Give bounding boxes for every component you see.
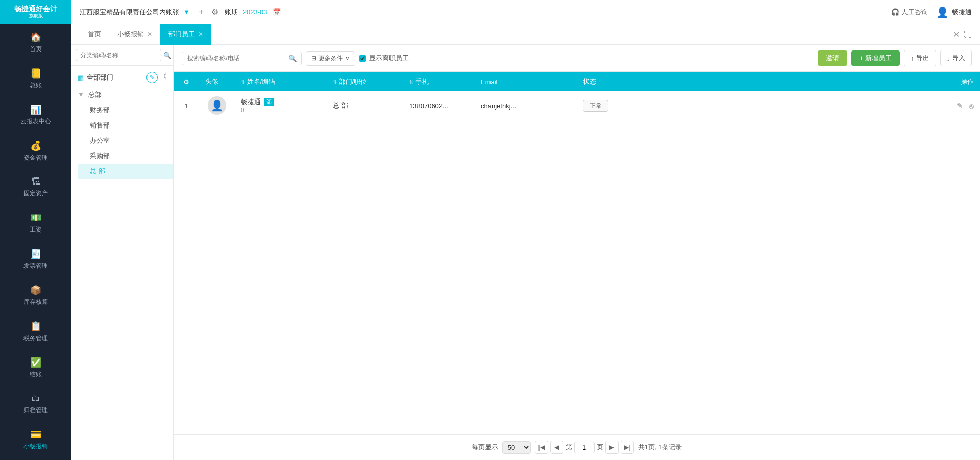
- tab-close-expense[interactable]: ✕: [147, 31, 152, 38]
- period-display: 账期 2023-03 📅: [225, 8, 281, 17]
- sidebar-item-fixed[interactable]: 🏗 固定资产: [0, 169, 71, 205]
- app-logo: 畅捷通好会计 旗舰版: [0, 0, 71, 24]
- emp-search-button[interactable]: 🔍: [284, 52, 301, 65]
- dept-grid-icon: ▦: [78, 74, 84, 82]
- cell-avatar: 👤: [199, 91, 235, 120]
- cell-phone: 138070602...: [403, 91, 475, 120]
- archive-icon: 🗂: [31, 393, 40, 404]
- sidebar-item-invoice[interactable]: 🧾 发票管理: [0, 241, 71, 277]
- dept-node-zongbu-parent[interactable]: ▼ 总部: [71, 87, 173, 103]
- page-di-label: 第: [566, 443, 572, 452]
- calendar-icon[interactable]: 📅: [273, 8, 281, 16]
- cell-name: 畅捷通 部 0: [235, 91, 327, 120]
- user-menu[interactable]: 👤 畅捷通: [936, 6, 972, 18]
- prev-page-btn[interactable]: ◀: [550, 441, 564, 454]
- logout-icon[interactable]: ⎋: [969, 101, 974, 110]
- emp-name-row: 畅捷通 部: [241, 97, 321, 107]
- tab-close-dept[interactable]: ✕: [198, 31, 203, 38]
- dept-tree: ▦ 全部部门 ✎ 《 ▼ 总部 财务部: [71, 66, 173, 460]
- emp-name-text: 畅捷通: [241, 97, 261, 107]
- sort-icon-dept: ⇅: [333, 79, 337, 85]
- main-layout: 🏠 首页 📒 总账 📊 云报表中心 💰 资金管理 🏗 固定资产 💵 工资 🧾 发…: [0, 24, 980, 460]
- invite-button[interactable]: 邀请: [818, 50, 847, 66]
- sidebar-item-inventory[interactable]: 📦 库存核算: [0, 277, 71, 314]
- table-header-ops: 操作: [638, 72, 980, 91]
- dept-search-input[interactable]: [76, 49, 161, 61]
- emp-toolbar: 🔍 ⊟ 更多条件 ∨ 显示离职员工 邀请 + 新增员工: [174, 45, 980, 72]
- emp-code: 0: [241, 107, 321, 114]
- emp-table: ⚙ 头像 ⇅ 姓名/编码 ⇅ 部门/职位: [174, 72, 980, 434]
- all-dept-label[interactable]: ▦ 全部部门: [78, 73, 113, 82]
- support-link[interactable]: 🎧 人工咨询: [891, 8, 928, 17]
- dept-search-icon[interactable]: 🔍: [163, 52, 172, 59]
- inventory-icon: 📦: [30, 285, 41, 296]
- avatar-icon: 👤: [936, 6, 949, 18]
- dept-node-finance[interactable]: 财务部: [78, 103, 173, 118]
- home-icon: 🏠: [30, 32, 41, 43]
- sort-icon-name: ⇅: [241, 79, 245, 85]
- tab-dept[interactable]: 部门员工 ✕: [160, 24, 211, 45]
- first-page-btn[interactable]: |◀: [535, 441, 548, 454]
- sidebar-item-ledger[interactable]: 📒 总账: [0, 61, 71, 97]
- sidebar-item-capital[interactable]: 💰 资金管理: [0, 133, 71, 169]
- import-icon: ↓: [947, 55, 950, 62]
- topbar-right: 🎧 人工咨询 👤 畅捷通: [891, 6, 972, 18]
- sidebar-item-settings[interactable]: ⚙ 基础设置: [0, 458, 71, 460]
- edit-icon[interactable]: ✎: [957, 101, 963, 110]
- import-button[interactable]: ↓ 导入: [940, 50, 972, 66]
- sidebar-item-settle[interactable]: ✅ 结账: [0, 350, 71, 386]
- company-name[interactable]: 江西服宝精品有限责任公司内账张 ▼ ＋ ⚙: [80, 7, 218, 17]
- dept-tree-actions: ✎ 《: [146, 72, 167, 83]
- show-resigned-toggle[interactable]: 显示离职员工: [359, 54, 409, 63]
- settle-icon: ✅: [30, 357, 41, 368]
- cell-status: 正常: [577, 91, 638, 120]
- topbar: 畅捷通好会计 旗舰版 江西服宝精品有限责任公司内账张 ▼ ＋ ⚙ 账期 2023…: [0, 0, 980, 24]
- table-header: ⚙ 头像 ⇅ 姓名/编码 ⇅ 部门/职位: [174, 72, 980, 91]
- edit-dept-btn[interactable]: ✎: [146, 72, 158, 83]
- more-filters-button[interactable]: ⊟ 更多条件 ∨: [306, 51, 355, 66]
- sidebar-item-expense[interactable]: 💳 小畅报销: [0, 422, 71, 458]
- table-header-dept[interactable]: ⇅ 部门/职位: [327, 72, 403, 91]
- page-size-label: 每页显示: [472, 443, 498, 452]
- add-employee-button[interactable]: + 新增员工: [851, 50, 900, 66]
- add-company-icon[interactable]: ＋: [197, 7, 205, 17]
- close-window-icon[interactable]: ✕: [953, 30, 960, 39]
- maximize-window-icon[interactable]: ⛶: [964, 30, 972, 39]
- collapse-dept-btn[interactable]: 《: [160, 72, 167, 83]
- last-page-btn[interactable]: ▶|: [621, 441, 634, 454]
- sidebar-item-tax[interactable]: 📋 税务管理: [0, 314, 71, 350]
- export-icon: ↑: [911, 55, 914, 62]
- dept-node-zongbu[interactable]: 总 部: [78, 164, 173, 179]
- table-header-settings[interactable]: ⚙: [174, 72, 199, 91]
- page-input[interactable]: [574, 442, 595, 453]
- tabs-bar: 首页 小畅报销 ✕ 部门员工 ✕ ✕ ⛶: [71, 24, 980, 45]
- dropdown-icon[interactable]: ▼: [183, 8, 190, 16]
- sidebar-item-archive[interactable]: 🗂 归档管理: [0, 386, 71, 422]
- dept-node-office[interactable]: 办公室: [78, 133, 173, 148]
- next-page-btn[interactable]: ▶: [605, 441, 619, 454]
- sidebar-item-home[interactable]: 🏠 首页: [0, 24, 71, 61]
- page-size-select[interactable]: 50 10 20 100: [502, 441, 531, 454]
- dept-search: 🔍: [71, 45, 173, 66]
- table-header-name[interactable]: ⇅ 姓名/编码: [235, 72, 327, 91]
- dept-panel: 🔍 ▦ 全部部门 ✎ 《 ▼: [71, 45, 174, 460]
- export-button[interactable]: ↑ 导出: [904, 50, 936, 66]
- table-header-avatar: 头像: [199, 72, 235, 91]
- page-content: 🔍 ▦ 全部部门 ✎ 《 ▼: [71, 45, 980, 460]
- settings-icon[interactable]: ⚙: [211, 7, 218, 17]
- emp-search-input[interactable]: [182, 52, 284, 64]
- tabs-right-actions: ✕ ⛶: [953, 30, 972, 39]
- dept-node-purchase[interactable]: 采购部: [78, 148, 173, 164]
- capital-icon: 💰: [30, 140, 41, 151]
- table-header-phone[interactable]: ⇅ 手机: [403, 72, 475, 91]
- sidebar-item-report[interactable]: 📊 云报表中心: [0, 97, 71, 133]
- tab-expense[interactable]: 小畅报销 ✕: [109, 24, 160, 45]
- tab-home[interactable]: 首页: [80, 24, 109, 45]
- cell-ops: ✎ ⎋: [638, 91, 980, 120]
- page-label: 页: [597, 443, 603, 452]
- dept-node-sales[interactable]: 销售部: [78, 118, 173, 133]
- sidebar-item-salary[interactable]: 💵 工资: [0, 205, 71, 241]
- employee-table: ⚙ 头像 ⇅ 姓名/编码 ⇅ 部门/职位: [174, 72, 980, 120]
- emp-badge: 部: [264, 98, 274, 106]
- show-resigned-checkbox[interactable]: [359, 55, 366, 62]
